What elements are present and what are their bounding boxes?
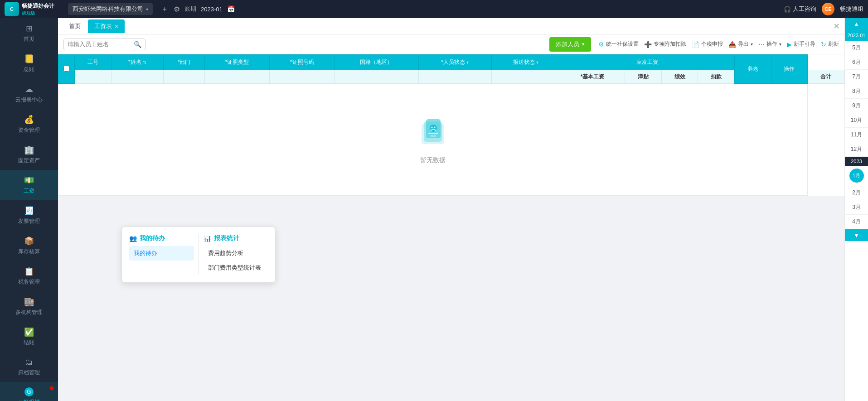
refresh-button[interactable]: ↻ 刷新 bbox=[821, 40, 839, 48]
tab-salary[interactable]: 工资表 × bbox=[88, 19, 125, 33]
sidebar-item-settlement[interactable]: ✅ 结账 bbox=[0, 322, 58, 352]
new-guide-button[interactable]: ▶ 新手引导 bbox=[787, 40, 815, 48]
popup-divider bbox=[199, 234, 199, 275]
sidebar-item-label: 工资 bbox=[24, 187, 34, 195]
svg-rect-6 bbox=[428, 133, 438, 134]
current-month-wrapper: 1月 bbox=[845, 166, 868, 186]
empty-state-cell: 暂无数据 bbox=[58, 84, 808, 196]
todo-icon: 👥 bbox=[129, 235, 137, 242]
timeline-header: 2023.01 bbox=[845, 30, 868, 41]
top-bar: C 畅捷通好会计 旗舰版 西安虾米网络科技有限公司 ▾ ＋ ⚙ 账期 2023-… bbox=[0, 0, 868, 18]
tax-decl-icon: 📄 bbox=[692, 41, 699, 48]
tab-home[interactable]: 首页 bbox=[63, 19, 87, 33]
sidebar-item-finance[interactable]: 💰 资金管理 bbox=[0, 109, 58, 140]
add-employee-button[interactable]: 添加人员 ▾ bbox=[549, 37, 591, 52]
sidebar-item-tax[interactable]: 📋 税务管理 bbox=[0, 261, 58, 291]
timeline-item-jul[interactable]: 7月 bbox=[845, 70, 868, 84]
sidebar-item-invoice[interactable]: 🧾 发票管理 bbox=[0, 200, 58, 231]
sidebar-item-inventory[interactable]: 📦 库存核算 bbox=[0, 231, 58, 261]
sidebar-item-fixed-assets[interactable]: 🏢 固定资产 bbox=[0, 140, 58, 170]
timeline-item-feb[interactable]: 2月 bbox=[845, 186, 868, 200]
settings-icon[interactable]: ⚙ bbox=[174, 5, 180, 14]
report-icon: 📊 bbox=[204, 235, 211, 242]
period-value: 2023-01 bbox=[201, 6, 223, 13]
service-button[interactable]: 🎧 人工咨询 bbox=[784, 5, 816, 13]
timeline-down-nav[interactable]: ▼ bbox=[845, 229, 868, 241]
sidebar-item-salary[interactable]: 💵 工资 bbox=[0, 170, 58, 200]
sidebar-item-label: 多机构管理 bbox=[15, 309, 43, 316]
tax-declaration-button[interactable]: 📄 个税申报 bbox=[692, 40, 723, 48]
timeline-item-jun[interactable]: 6月 bbox=[845, 55, 868, 70]
operation-button[interactable]: ⋯ 操作 ▾ bbox=[758, 40, 781, 48]
sidebar-item-label: 总账 bbox=[24, 66, 34, 73]
top-right-area: 🎧 人工咨询 CE 畅捷通组 bbox=[784, 3, 863, 15]
social-insurance-button[interactable]: ⚙ 统一社保设置 bbox=[598, 40, 639, 48]
th2-performance: 绩效 bbox=[661, 70, 698, 84]
salary-icon: 💵 bbox=[24, 175, 34, 185]
timeline-item-mar[interactable]: 3月 bbox=[845, 200, 868, 215]
deduction-icon: ➕ bbox=[644, 41, 652, 48]
th-operations: 操作 bbox=[771, 55, 808, 84]
th2-pstatus bbox=[418, 70, 491, 84]
sidebar-item-label: 小畅报销 bbox=[18, 398, 40, 401]
op-arrow-icon: ▾ bbox=[779, 42, 781, 47]
timeline-item-oct[interactable]: 10月 bbox=[845, 113, 868, 128]
sidebar-item-archive[interactable]: 🗂 归档管理 bbox=[0, 352, 58, 382]
select-all-checkbox[interactable] bbox=[63, 66, 69, 72]
popup-item-dept-stats[interactable]: 部门费用类型统计表 bbox=[204, 261, 268, 275]
sidebar-item-expense[interactable]: G 小畅报销 bbox=[0, 382, 58, 401]
chevron-down-icon: ▾ bbox=[146, 7, 148, 12]
timeline-item-dec[interactable]: 12月 bbox=[845, 142, 868, 157]
special-deduction-button[interactable]: ➕ 专项附加扣除 bbox=[644, 40, 686, 48]
timeline-up-nav[interactable]: ▲ bbox=[845, 18, 868, 30]
logo-text: 畅捷通好会计 旗舰版 bbox=[22, 2, 54, 16]
ledger-icon: 📒 bbox=[24, 54, 34, 64]
close-window-icon[interactable]: ✕ bbox=[833, 21, 840, 31]
report-filter-icon[interactable]: ▾ bbox=[536, 60, 538, 65]
th2-allowance: 津贴 bbox=[625, 70, 662, 84]
th-name[interactable]: *姓名 ⇅ bbox=[111, 55, 164, 70]
tab-close-icon[interactable]: × bbox=[115, 23, 118, 30]
sidebar-item-label: 库存核算 bbox=[18, 248, 40, 256]
finance-icon: 💰 bbox=[24, 115, 34, 125]
sidebar-item-label: 资金管理 bbox=[18, 126, 40, 134]
user-avatar: CE bbox=[822, 3, 834, 15]
sidebar-item-cloud-report[interactable]: ☁ 云报表中心 bbox=[0, 79, 58, 109]
timeline-item-nov[interactable]: 11月 bbox=[845, 128, 868, 142]
user-initials: CE bbox=[824, 6, 831, 12]
company-selector[interactable]: 西安虾米网络科技有限公司 ▾ bbox=[68, 3, 153, 15]
add-icon[interactable]: ＋ bbox=[161, 5, 168, 14]
sidebar-item-home[interactable]: ⊞ 首页 bbox=[0, 18, 58, 48]
popup-item-todo[interactable]: 我的待办 bbox=[129, 246, 194, 261]
calendar-icon[interactable]: 📅 bbox=[227, 5, 235, 13]
search-icon: 🔍 bbox=[134, 41, 141, 48]
popup-col-right: 📊 报表统计 费用趋势分析 部门费用类型统计表 bbox=[204, 234, 268, 275]
svg-point-4 bbox=[432, 127, 433, 128]
table-container: 工号 *姓名 ⇅ *部门 *证照类型 *证照号码 国籍（地区） *人员状态 ▾ … bbox=[58, 54, 844, 401]
timeline-item-sep[interactable]: 9月 bbox=[845, 99, 868, 113]
insurance-icon: ⚙ bbox=[598, 41, 604, 48]
svg-point-5 bbox=[434, 127, 436, 128]
invoice-icon: 🧾 bbox=[24, 206, 34, 216]
user-name: 畅捷通组 bbox=[840, 5, 863, 13]
svg-rect-7 bbox=[430, 135, 436, 137]
th2-deduction: 扣款 bbox=[698, 70, 735, 84]
tax-icon: 📋 bbox=[24, 266, 34, 276]
refresh-icon: ↻ bbox=[821, 41, 826, 48]
export-button[interactable]: 📤 导出 ▾ bbox=[728, 40, 753, 48]
timeline-item-aug[interactable]: 8月 bbox=[845, 84, 868, 99]
timeline-item-apr[interactable]: 4月 bbox=[845, 215, 868, 229]
th2-rstatus bbox=[491, 70, 560, 84]
status-filter-icon[interactable]: ▾ bbox=[466, 60, 469, 65]
th-id-number: *证照号码 bbox=[270, 55, 335, 70]
search-input[interactable] bbox=[68, 41, 131, 48]
right-timeline: ▲ 2023.01 5月 6月 7月 8月 9月 10月 11月 12月 202… bbox=[844, 18, 868, 401]
timeline-item-current[interactable]: 1月 bbox=[849, 169, 864, 183]
sidebar-item-multi-org[interactable]: 🏬 多机构管理 bbox=[0, 291, 58, 322]
th-employee-id: 工号 bbox=[75, 55, 112, 70]
sidebar-item-general-ledger[interactable]: 📒 总账 bbox=[0, 48, 58, 79]
popup-item-trend[interactable]: 费用趋势分析 bbox=[204, 246, 268, 261]
sidebar-item-label: 云报表中心 bbox=[15, 96, 43, 104]
timeline-item-may[interactable]: 5月 bbox=[845, 41, 868, 55]
popup-right-title: 📊 报表统计 bbox=[204, 234, 268, 242]
